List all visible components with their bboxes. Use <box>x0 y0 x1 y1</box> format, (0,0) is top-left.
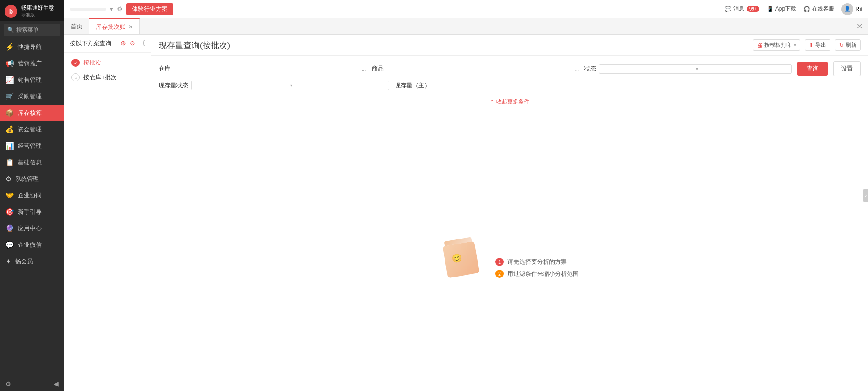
sidebar-item-basics[interactable]: 📋 基础信息 <box>0 154 64 171</box>
status-select[interactable]: ▾ <box>599 64 792 74</box>
right-edge-arrow[interactable]: › <box>863 189 868 202</box>
tab-home-label: 首页 <box>71 22 82 31</box>
trial-btn[interactable]: 体验行业方案 <box>126 3 173 15</box>
collapse-more-btn[interactable]: ⌃ 收起更多条件 <box>159 95 861 109</box>
export-btn[interactable]: ⬆ 导出 <box>805 39 830 51</box>
sidebar-item-system[interactable]: ⚙ 系统管理 <box>0 171 64 187</box>
plan-item-label: 按批次 <box>83 59 101 67</box>
quantity-min-input[interactable] <box>435 82 472 89</box>
plan-active-icon: ✓ <box>71 59 80 67</box>
sidebar-item-purchase[interactable]: 🛒 采购管理 <box>0 88 64 105</box>
close-all-tabs-icon[interactable]: ✕ <box>851 22 868 31</box>
headset-icon: 🎧 <box>803 6 810 12</box>
sidebar-item-marketing[interactable]: 📢 营销推广 <box>0 55 64 72</box>
sidebar-search[interactable]: 🔍 搜索菜单 <box>4 24 60 36</box>
sidebar-item-label: 新手引导 <box>18 208 42 216</box>
sidebar: b 畅康通好生意 标准版 🔍 搜索菜单 ⚡ 快捷导航 📢 营销推广 📈 销售管理… <box>0 0 64 391</box>
sidebar-item-operation[interactable]: 📊 经营管理 <box>0 138 64 154</box>
filter-area: 仓库 ... 商品 ... <box>151 56 868 114</box>
plan-item-batch[interactable]: ✓ 按批次 <box>64 55 151 70</box>
sidebar-nav: ⚡ 快捷导航 📢 营销推广 📈 销售管理 🛒 采购管理 📦 库存核算 💰 资金管… <box>0 39 64 376</box>
print-btn[interactable]: 🖨 按模板打印 ▾ <box>753 39 800 51</box>
export-label: 导出 <box>815 41 826 49</box>
tab-batch[interactable]: 库存批次账 ✕ <box>89 18 140 34</box>
sidebar-item-label: 企业微信 <box>18 241 42 249</box>
sidebar-item-sales[interactable]: 📈 销售管理 <box>0 72 64 88</box>
tip-text-1: 请先选择要分析的方案 <box>507 258 567 266</box>
sidebar-item-label: 系统管理 <box>15 175 39 183</box>
tab-home[interactable]: 首页 <box>64 18 89 34</box>
sidebar-item-label: 营销推广 <box>18 60 42 68</box>
query-button[interactable]: 查询 <box>797 62 828 76</box>
topbar-search-box[interactable] <box>70 8 106 11</box>
sidebar-item-label: 基础信息 <box>18 158 42 167</box>
sidebar-item-wechat[interactable]: 💬 企业微信 <box>0 237 64 253</box>
empty-tip-2: 2 用过滤条件来缩小分析范围 <box>495 270 579 278</box>
operation-icon: 📊 <box>5 142 14 150</box>
avatar-icon: 👤 <box>844 6 851 12</box>
topbar: ▾ ⚙ 体验行业方案 💬 消息 99+ 📱 App下载 🎧 在线客服 👤 Rit <box>64 0 868 18</box>
right-panel: 现存量查询(按批次) 🖨 按模板打印 ▾ ⬆ 导出 ↻ 刷新 <box>151 35 868 391</box>
online-service-btn[interactable]: 🎧 在线客服 <box>803 5 834 13</box>
filter-row-1: 仓库 ... 商品 ... <box>159 61 861 76</box>
product-dots[interactable]: ... <box>574 65 579 72</box>
inventory-status-select[interactable]: ▾ <box>191 81 389 90</box>
collapse-panel-icon[interactable]: 《 <box>139 39 145 48</box>
sidebar-item-appstore[interactable]: 🔮 应用中心 <box>0 220 64 237</box>
collapse-sidebar-icon[interactable]: ◀ <box>54 380 59 387</box>
quantity-max-input[interactable] <box>481 82 518 89</box>
sidebar-item-quick-nav[interactable]: ⚡ 快捷导航 <box>0 39 64 55</box>
sidebar-item-newbie[interactable]: 🎯 新手引导 <box>0 204 64 220</box>
inventory-status-arrow-icon: ▾ <box>290 83 385 88</box>
avatar: 👤 <box>841 3 853 15</box>
online-service-label: 在线客服 <box>812 5 834 13</box>
topbar-chevron-icon[interactable]: ▾ <box>110 5 113 12</box>
warehouse-input[interactable] <box>173 63 362 74</box>
message-badge: 99+ <box>747 6 759 12</box>
user-name: Rit <box>855 5 863 12</box>
inventory-status-label: 现存量状态 <box>159 81 188 90</box>
tab-batch-label: 库存批次账 <box>96 23 126 31</box>
newbie-icon: 🎯 <box>5 208 14 216</box>
sidebar-item-member[interactable]: ✦ 畅会员 <box>0 253 64 270</box>
empty-state: 😊 1 请先选择要分析的方案 2 用过滤条件来缩小分析范围 <box>151 114 868 391</box>
sidebar-item-label: 经营管理 <box>18 142 42 150</box>
sidebar-item-finance[interactable]: 💰 资金管理 <box>0 121 64 138</box>
message-btn[interactable]: 💬 消息 99+ <box>725 5 759 13</box>
sidebar-item-enterprise[interactable]: 🤝 企业协同 <box>0 187 64 204</box>
settings-plan-icon[interactable]: ⊙ <box>130 39 135 48</box>
quantity-dash: — <box>473 82 479 89</box>
add-plan-icon[interactable]: ⊕ <box>121 39 126 48</box>
refresh-btn[interactable]: ↻ 刷新 <box>835 39 861 51</box>
sidebar-item-label: 企业协同 <box>18 191 42 200</box>
empty-tip-1: 1 请先选择要分析的方案 <box>495 258 579 266</box>
quick-nav-icon: ⚡ <box>5 43 14 51</box>
sales-icon: 📈 <box>5 76 14 84</box>
app-title: 畅康通好生意 <box>21 5 54 12</box>
print-dropdown-icon[interactable]: ▾ <box>794 43 796 48</box>
appstore-icon: 🔮 <box>5 224 14 233</box>
left-panel-items: ✓ 按批次 ○ 按仓库+批次 <box>64 53 151 391</box>
basics-icon: 📋 <box>5 158 14 167</box>
topbar-gear-icon[interactable]: ⚙ <box>117 5 123 13</box>
warehouse-filter: 仓库 ... <box>159 63 366 74</box>
wechat-icon: 💬 <box>5 241 14 249</box>
settings-icon[interactable]: ⚙ <box>5 380 11 387</box>
tip-num-2: 2 <box>495 270 504 278</box>
warehouse-dots[interactable]: ... <box>362 65 366 72</box>
phone-icon: 📱 <box>767 6 774 12</box>
user-menu[interactable]: 👤 Rit <box>841 3 863 15</box>
product-input[interactable] <box>386 63 575 74</box>
plan-item-warehouse-batch[interactable]: ○ 按仓库+批次 <box>64 70 151 85</box>
sidebar-header: b 畅康通好生意 标准版 <box>0 0 64 21</box>
search-label: 搜索菜单 <box>16 26 38 34</box>
product-input-wrapper: ... <box>386 63 579 74</box>
tab-close-icon[interactable]: ✕ <box>128 24 133 30</box>
topbar-right: 💬 消息 99+ 📱 App下载 🎧 在线客服 👤 Rit <box>725 3 863 15</box>
sidebar-item-inventory[interactable]: 📦 库存核算 <box>0 105 64 121</box>
app-download-btn[interactable]: 📱 App下载 <box>767 5 796 13</box>
app-subtitle: 标准版 <box>21 12 54 18</box>
settings-button[interactable]: 设置 <box>833 61 861 76</box>
product-filter: 商品 ... <box>372 63 579 74</box>
quantity-filter: 现存量（主） — <box>395 81 625 90</box>
